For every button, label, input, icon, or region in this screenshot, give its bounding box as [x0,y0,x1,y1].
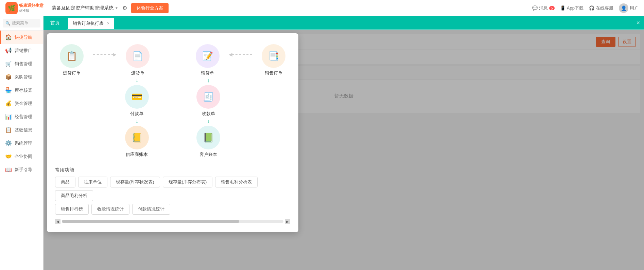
row2-nodes: 💳 付款单 🧾 收款单 [55,85,290,117]
tab-home-label: 首页 [50,20,60,26]
experience-btn[interactable]: 体验行业方案 [131,3,169,13]
receipt-bill-circle[interactable]: 🧾 [196,85,220,109]
enterprise-label: 企业协同 [15,154,32,160]
sales-order-circle[interactable]: 📑 [262,44,285,68]
customer-ledger-circle[interactable]: 📗 [196,126,220,149]
tab-sales-order-label: 销售订单执行表 [73,20,104,26]
logo-area: 🌿 畅康通好生意 标准版 [5,2,49,14]
spacer-da2-2 [94,118,115,124]
sidebar-item-inventory[interactable]: 🏪 库存核算 [0,84,43,97]
supplier-ledger-node: 📒 供应商账本 [125,126,149,158]
system-name[interactable]: 装备及固定资产辅助管理系统 ▼ [52,5,120,11]
sales-label: 销售管理 [15,61,32,67]
spacer-da2-4 [231,118,251,124]
tab-home[interactable]: 首页 [43,16,67,30]
sidebar-item-enterprise[interactable]: 🤝 企业协同 [0,150,43,163]
purchase-order-icon: 📋 [66,51,77,61]
logo-line1: 畅康通好生意 [19,3,43,8]
tab-bar-close-btn[interactable]: × [632,19,644,26]
base-info-icon: 📋 [5,127,12,133]
top-right-area: 💬 消息 5 📱 App下载 🎧 在线客服 👤 用户 [532,3,639,13]
purchase-bill-circle[interactable]: 📄 [126,44,150,68]
supplier-ledger-icon: 📒 [132,132,142,143]
enterprise-icon: 🤝 [5,153,12,160]
search-label: 搜索菜单 [12,20,28,26]
scroll-track[interactable] [62,220,283,223]
base-info-label: 基础信息 [15,127,32,133]
app-download-btn[interactable]: 📱 App下载 [560,5,584,11]
payment-bill-circle[interactable]: 💳 [125,85,149,109]
sidebar-item-purchase[interactable]: 📦 采购管理 [0,70,43,84]
marketing-label: 营销推广 [15,48,32,54]
spacer-da2-5 [261,118,285,124]
system-label: 系统管理 [15,140,32,146]
content-area: 首页 销售订单执行表 × × ❓ 帮助 🖨 [43,16,644,270]
operations-icon: 📊 [5,113,12,120]
sidebar-item-sales[interactable]: 🛒 销售管理 [0,57,43,70]
sidebar-item-guide[interactable]: 📖 新手引导 [0,163,43,176]
message-btn[interactable]: 💬 消息 5 [532,5,555,11]
func-btn-sales-rank[interactable]: 销售排行榜 [55,204,89,215]
sales-bill-label: 销货单 [201,70,214,76]
sidebar: 🔍 搜索菜单 🏠 快捷导航 📢 营销推广 🛒 销售管理 📦 采购管理 [0,16,43,270]
tab-bar: 首页 销售订单执行表 × × [43,16,644,30]
func-btn-product[interactable]: 商品 [55,177,75,187]
inventory-label: 库存核算 [15,87,32,93]
customer-ledger-node: 📗 客户账本 [196,126,220,158]
func-buttons-row1: 商品 往来单位 现存量(库存状况表) 现存量(库存分布表) 销售毛利分析表 商品… [55,177,290,201]
online-service-btn[interactable]: 🎧 在线客服 [589,5,613,11]
func-btn-stock-dist[interactable]: 现存量(库存分布表) [163,177,213,187]
marketing-icon: 📢 [5,47,12,54]
down-arrows-row2: ↓ ↓ [55,118,290,124]
search-menu-btn[interactable]: 🔍 搜索菜单 [3,19,40,28]
spacer-da2-1 [60,118,84,124]
payment-bill-node: 💳 付款单 [125,85,149,117]
func-btn-partner[interactable]: 往来单位 [78,177,107,187]
payment-bill-label: 付款单 [130,111,143,117]
sales-bill-icon: 📝 [202,51,213,61]
flow-diagram-area: 📋 进货订单 ▶ [55,41,290,163]
sales-bill-node: 📝 销货单 [196,44,220,76]
main-content: ❓ 帮助 🖨 按模板打印 ▼ ⬆ 导出 🔄 刷新 [43,30,644,270]
purchase-order-label: 进货订单 [63,70,81,76]
receipt-bill-label: 收款单 [202,111,215,117]
func-btn-receipt-stats[interactable]: 收款情况统计 [91,204,129,215]
func-btn-payment-stats[interactable]: 付款情况统计 [132,204,170,215]
sales-order-node: 📑 销售订单 [262,44,285,76]
func-btn-sales-margin[interactable]: 销售毛利分析表 [215,177,258,187]
sidebar-item-operations[interactable]: 📊 经营管理 [0,110,43,123]
arrow-purchase-to-bill: ▶ [93,52,117,57]
sales-bill-circle[interactable]: 📝 [196,44,220,68]
sidebar-item-base-info[interactable]: 📋 基础信息 [0,123,43,137]
func-btn-stock-status[interactable]: 现存量(库存状况表) [110,177,160,187]
inventory-icon: 🏪 [5,87,12,93]
tab-sales-order[interactable]: 销售订单执行表 × [68,18,114,29]
customer-ledger-label: 客户账本 [199,151,217,158]
func-buttons-row2: 销售排行榜 收款情况统计 付款情况统计 [55,204,290,215]
user-area[interactable]: 👤 用户 [619,3,639,13]
purchase-order-circle[interactable]: 📋 [60,44,84,68]
popup-overlay: 📋 进货订单 ▶ [43,30,644,270]
down-arrows-row: ↓ ↓ [55,77,290,84]
scroll-left-btn[interactable]: ◀ [55,219,60,224]
common-functions-title: 常用功能 [55,167,290,173]
settings-icon[interactable]: ⚙ [122,5,127,11]
sidebar-item-finance[interactable]: 💰 资金管理 [0,97,43,110]
message-badge: 5 [549,6,555,10]
spacer2 [94,77,115,84]
top-bar: 🌿 畅康通好生意 标准版 装备及固定资产辅助管理系统 ▼ ⚙ 体验行业方案 💬 … [0,0,644,16]
sidebar-item-marketing[interactable]: 📢 营销推广 [0,44,43,57]
tab-close-btn[interactable]: × [107,21,109,26]
scroll-right-btn[interactable]: ▶ [285,219,290,224]
down-arrow-receipt: ↓ [196,118,220,124]
common-functions-area: 常用功能 商品 往来单位 现存量(库存状况表) 现存量(库存分布表) 销售毛利分… [55,167,290,215]
sales-order-label: 销售订单 [265,70,282,76]
sidebar-search[interactable]: 🔍 搜索菜单 [0,16,43,31]
func-btn-product-margin[interactable]: 商品毛利分析 [55,190,93,201]
sidebar-item-quick-nav[interactable]: 🏠 快捷导航 [0,31,43,44]
message-label: 消息 [539,5,548,11]
service-icon: 🎧 [589,5,594,11]
sidebar-item-system[interactable]: ⚙️ 系统管理 [0,137,43,150]
main-layout: 🔍 搜索菜单 🏠 快捷导航 📢 营销推广 🛒 销售管理 📦 采购管理 [0,16,644,270]
supplier-ledger-circle[interactable]: 📒 [125,126,149,149]
